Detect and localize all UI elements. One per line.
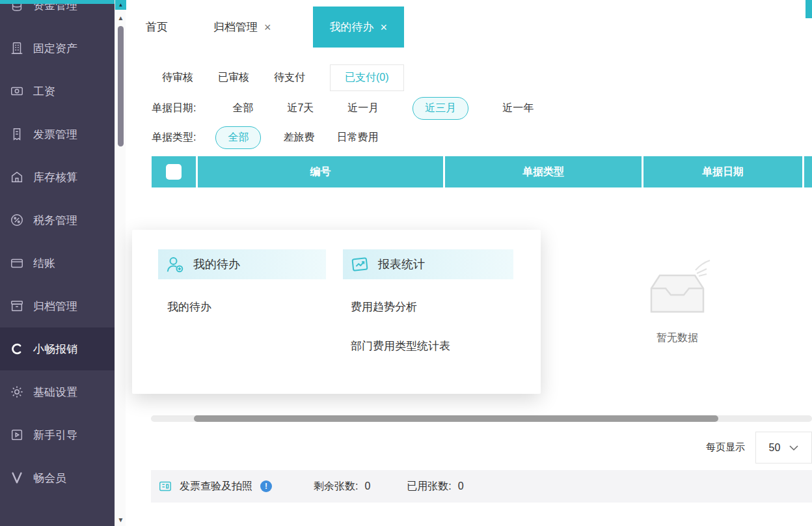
sidebar-item-label: 结账 <box>33 256 55 271</box>
filter-type-all[interactable]: 全部 <box>215 126 261 149</box>
tab-my-todo[interactable]: 我的待办 × <box>313 7 405 48</box>
column-header-partial <box>804 156 812 187</box>
filter-type-label: 单据类型: <box>152 131 196 145</box>
percent-icon <box>9 212 25 228</box>
tab-label: 我的待办 <box>330 20 374 35</box>
popup-todo-title: 我的待办 <box>193 256 240 272</box>
scroll-up-icon: ▲ <box>118 2 124 8</box>
warehouse-icon <box>9 169 25 185</box>
filter-date-all[interactable]: 全部 <box>232 102 253 115</box>
sidebar-item-reimbursement[interactable]: 小畅报销 <box>0 327 115 370</box>
empty-text: 暂无数据 <box>635 331 720 345</box>
popup-report-header[interactable]: 报表统计 <box>343 249 513 279</box>
sidebar-item-member[interactable]: 畅会员 <box>0 456 115 499</box>
popup-item-my-todo[interactable]: 我的待办 <box>167 299 211 314</box>
tab-label: 首页 <box>146 20 168 35</box>
popup-report-title: 报表统计 <box>378 256 425 272</box>
info-icon[interactable]: ! <box>260 480 272 492</box>
invoice-verify-link[interactable]: 发票查验及拍照 <box>180 480 252 493</box>
sidebar-item-label: 税务管理 <box>33 213 77 228</box>
sidebar-item-beginner-guide[interactable]: 新手引导 <box>0 413 115 456</box>
close-icon[interactable]: × <box>264 21 271 33</box>
column-header-doc-date: 单据日期 <box>643 156 802 187</box>
filter-date-1year[interactable]: 近一年 <box>502 102 534 115</box>
page-size-label: 每页显示 <box>706 441 745 454</box>
sidebar-item-basic-settings[interactable]: 基础设置 <box>0 370 115 413</box>
filter-type-travel[interactable]: 差旅费 <box>283 131 314 145</box>
invoice-scan-icon <box>157 478 173 494</box>
filter-date-3months[interactable]: 近三月 <box>413 97 468 120</box>
close-icon[interactable]: × <box>381 21 388 33</box>
top-right-accent <box>805 0 812 18</box>
person-gear-icon <box>165 254 185 275</box>
tab-home[interactable]: 首页 <box>142 7 172 48</box>
archive-box-icon <box>9 298 25 314</box>
report-chart-icon <box>349 254 370 275</box>
tab-bar: 首页 归档管理 × 我的待办 × <box>126 0 812 54</box>
sidebar-item-fixed-assets[interactable]: 固定资产 <box>0 27 115 70</box>
popup-item-expense-trend[interactable]: 费用趋势分析 <box>351 299 417 314</box>
scrollbar-teal-cap: ▲ <box>115 0 126 10</box>
used-label: 已用张数: <box>407 480 451 493</box>
scrollbar-thumb[interactable] <box>118 26 124 146</box>
filter-type-daily[interactable]: 日常费用 <box>336 131 378 145</box>
sidebar-scrollbar[interactable]: ▲ ▲ ▼ <box>115 0 126 526</box>
card-icon <box>9 255 25 271</box>
horizontal-scrollbar[interactable] <box>151 415 812 422</box>
sidebar-item-invoice-management[interactable]: 发票管理 <box>0 113 115 156</box>
sidebar-item-label: 库存核算 <box>33 170 77 185</box>
filter-date-1month[interactable]: 近一月 <box>347 102 379 115</box>
table-header: 编号 单据类型 单据日期 <box>126 156 812 187</box>
remaining-count: 剩余张数: 0 <box>314 480 370 493</box>
sidebar-item-closing[interactable]: 结账 <box>0 242 115 284</box>
v-logo-icon <box>9 470 25 486</box>
empty-box-icon <box>638 317 716 328</box>
sidebar-item-label: 基础设置 <box>33 385 77 400</box>
gear-icon <box>9 384 25 400</box>
empty-state: 暂无数据 <box>635 256 720 345</box>
sidebar-top-accent <box>0 0 115 4</box>
popup-todo-header[interactable]: 我的待办 <box>158 249 326 279</box>
subtab-paid[interactable]: 已支付(0) <box>330 64 404 91</box>
used-value: 0 <box>458 480 464 492</box>
sidebar-item-label: 畅会员 <box>33 471 66 486</box>
sidebar-item-archive-management[interactable]: 归档管理 <box>0 284 115 327</box>
sidebar-item-inventory-accounting[interactable]: 库存核算 <box>0 156 115 199</box>
receipt-icon <box>9 126 25 142</box>
tab-archive-management[interactable]: 归档管理 × <box>210 7 275 48</box>
subtab-pending-payment[interactable]: 待支付 <box>274 65 305 90</box>
scroll-up-button[interactable]: ▲ <box>115 12 126 23</box>
subtab-reviewed[interactable]: 已审核 <box>218 65 249 90</box>
footer-bar: 发票查验及拍照 ! 剩余张数: 0 已用张数: 0 <box>151 470 812 503</box>
sidebar-item-label: 新手引导 <box>33 428 77 443</box>
subtab-pending-review[interactable]: 待审核 <box>162 65 193 90</box>
select-all-checkbox[interactable] <box>166 164 182 180</box>
sidebar-item-label: 发票管理 <box>33 127 77 142</box>
hscrollbar-thumb[interactable] <box>194 415 718 422</box>
sidebar-item-label: 工资 <box>33 84 55 99</box>
c-logo-icon <box>9 341 25 357</box>
scroll-down-icon: ▼ <box>118 516 124 523</box>
sidebar-item-salary[interactable]: 工资 <box>0 70 115 113</box>
pagination: 每页显示 50 <box>126 432 812 464</box>
status-tabs: 待审核 已审核 待支付 已支付(0) <box>126 64 812 91</box>
page-size-select[interactable]: 50 <box>755 432 812 464</box>
sidebar-item-label: 固定资产 <box>33 41 77 56</box>
sidebar-item-label: 小畅报销 <box>33 342 77 357</box>
sidebar-item-tax-management[interactable]: 税务管理 <box>0 199 115 242</box>
scroll-down-button[interactable]: ▼ <box>115 514 126 525</box>
sidebar-item-funds[interactable]: 资金管理 <box>0 0 115 27</box>
column-header-doc-type: 单据类型 <box>445 156 642 187</box>
filter-date-row: 单据日期: 全部 近7天 近一月 近三月 近一年 <box>126 96 812 120</box>
filter-type-row: 单据类型: 全部 差旅费 日常费用 <box>126 125 812 150</box>
sidebar-item-label: 归档管理 <box>33 299 77 314</box>
filter-date-7days[interactable]: 近7天 <box>287 102 314 115</box>
tab-label: 归档管理 <box>213 20 258 35</box>
popup-item-dept-expense-stats[interactable]: 部门费用类型统计表 <box>351 339 450 353</box>
remaining-label: 剩余张数: <box>314 480 358 493</box>
chevron-down-icon <box>789 442 798 454</box>
sidebar: 资金管理 固定资产 工资 发票管理 <box>0 0 115 526</box>
sidebar-menu: 资金管理 固定资产 工资 发票管理 <box>0 0 115 499</box>
banknote-icon <box>9 83 25 99</box>
remaining-value: 0 <box>364 480 370 492</box>
